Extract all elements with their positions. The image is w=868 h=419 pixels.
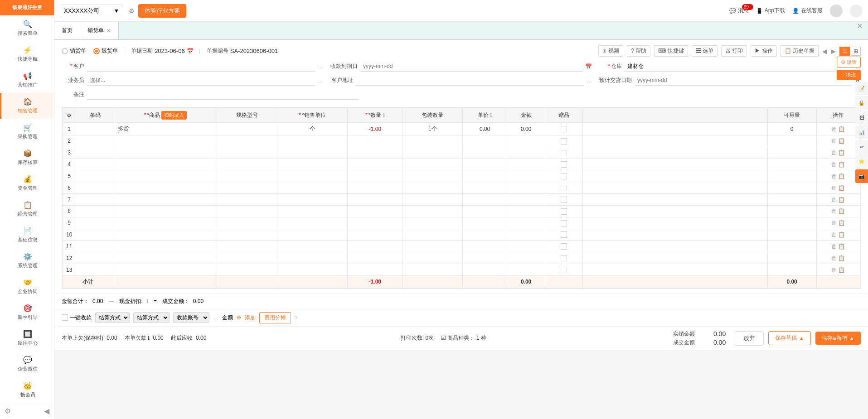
gift-checkbox[interactable] [561, 267, 567, 273]
online-service-button[interactable]: 👤 在线客服 [792, 7, 823, 14]
cell-price[interactable] [462, 264, 507, 276]
cell-barcode[interactable] [76, 252, 114, 264]
cell-unit[interactable] [277, 135, 347, 147]
cell-amount[interactable]: 0.00 [507, 123, 545, 135]
message-button[interactable]: 💬 消息 99+ [729, 7, 749, 14]
cell-product[interactable] [114, 182, 217, 194]
copy-row-icon[interactable]: 📋 [838, 161, 845, 168]
customer-addr-input[interactable] [356, 75, 584, 86]
sidebar-item-purchase[interactable]: 🛒 采购管理 [0, 119, 54, 144]
setup-button[interactable]: ⚙ 设置 [837, 57, 861, 68]
cell-amount[interactable] [507, 147, 545, 159]
cell-amount[interactable] [507, 241, 545, 252]
delete-row-icon[interactable]: 🗑 [831, 255, 837, 261]
cell-product[interactable]: 拆货 [114, 123, 217, 135]
cell-product[interactable] [114, 205, 217, 217]
company-selector[interactable]: XXXXXX公司 ▼ [60, 5, 123, 17]
gift-checkbox[interactable] [561, 243, 567, 250]
close-all-tab-icon[interactable]: ✕ [857, 22, 868, 39]
save-new-button[interactable]: 保存&新增 ▲ [815, 332, 861, 345]
cell-gift[interactable] [545, 147, 582, 159]
cell-pkg-qty[interactable] [402, 159, 462, 170]
cell-unit[interactable] [277, 170, 347, 182]
cell-amount[interactable] [507, 135, 545, 147]
cell-price[interactable] [462, 205, 507, 217]
shortcut-btn[interactable]: ⌨ 快捷键 [654, 45, 688, 57]
cell-barcode[interactable] [76, 135, 114, 147]
cell-barcode[interactable] [76, 159, 114, 170]
history-btn[interactable]: 📋 历史单据 [781, 45, 819, 57]
cell-price[interactable] [462, 159, 507, 170]
cell-amount[interactable] [507, 252, 545, 264]
cell-price[interactable] [462, 217, 507, 229]
cell-amount[interactable] [507, 170, 545, 182]
sidebar-item-quicknav[interactable]: ⚡ 快捷导航 [0, 41, 54, 67]
cell-gift[interactable] [545, 241, 582, 252]
warehouse-input[interactable] [625, 61, 853, 72]
sidebar-item-sales[interactable]: 🏠 销售管理 [0, 93, 54, 119]
payment-method-select[interactable]: 结算方式 [95, 312, 130, 323]
copy-row-icon[interactable]: 📋 [838, 231, 845, 238]
cell-spec[interactable] [217, 147, 277, 159]
gift-checkbox[interactable] [561, 231, 567, 238]
video-btn[interactable]: ⊙ 视频 [598, 45, 623, 57]
cell-pkg-qty[interactable]: 1个 [402, 123, 462, 135]
rfp-scan-icon[interactable]: 📷 [855, 169, 868, 183]
sidebar-item-finance[interactable]: 💰 资金管理 [0, 170, 54, 196]
cell-barcode[interactable] [76, 123, 114, 135]
rfp-star-icon[interactable]: ⭐ [855, 154, 868, 168]
cell-price[interactable] [462, 194, 507, 206]
cell-product[interactable] [114, 159, 217, 170]
cell-pkg-qty[interactable] [402, 229, 462, 241]
gift-checkbox[interactable] [561, 173, 567, 179]
settings-bottom-icon[interactable]: ⚙ [5, 407, 11, 415]
cell-pkg-qty[interactable] [402, 135, 462, 147]
prev-record-icon[interactable]: ◀ [822, 48, 827, 55]
copy-row-icon[interactable]: 📋 [838, 126, 845, 132]
cell-unit[interactable] [277, 147, 347, 159]
cell-qty[interactable] [348, 205, 403, 217]
cell-product[interactable] [114, 170, 217, 182]
salesperson-more-icon[interactable]: … [318, 77, 323, 84]
cell-price[interactable] [462, 170, 507, 182]
rfp-note-icon[interactable]: 📝 [855, 82, 868, 95]
cell-unit[interactable] [277, 252, 347, 264]
delete-row-icon[interactable]: 🗑 [831, 220, 837, 226]
cell-qty[interactable] [348, 252, 403, 264]
delete-row-icon[interactable]: 🗑 [831, 173, 837, 179]
cell-spec[interactable] [217, 205, 277, 217]
cell-spec[interactable] [217, 194, 277, 206]
delete-row-icon[interactable]: 🗑 [831, 161, 837, 168]
cell-amount[interactable] [507, 264, 545, 276]
cell-spec[interactable] [217, 229, 277, 241]
due-date-cal-icon[interactable]: 📅 [585, 63, 592, 70]
cell-barcode[interactable] [76, 194, 114, 206]
copy-row-icon[interactable]: 📋 [838, 243, 845, 250]
cell-qty[interactable]: -1.00 [348, 123, 403, 135]
cell-spec[interactable] [217, 264, 277, 276]
gift-checkbox[interactable] [561, 138, 567, 144]
copy-row-icon[interactable]: 📋 [838, 220, 845, 226]
cell-gift[interactable] [545, 264, 582, 276]
collapse-icon[interactable]: ◀ [44, 407, 49, 415]
delete-row-icon[interactable]: 🗑 [831, 149, 837, 156]
add-payment-icon[interactable]: ⊕ [237, 314, 241, 321]
select-order-btn[interactable]: ☰ 选单 [692, 45, 718, 57]
gift-checkbox[interactable] [561, 185, 567, 191]
cell-gift[interactable] [545, 205, 582, 217]
cell-qty[interactable] [348, 170, 403, 182]
cell-barcode[interactable] [76, 264, 114, 276]
cell-unit[interactable] [277, 159, 347, 170]
expense-tab-btn[interactable]: 费用分摊 [259, 312, 291, 323]
note-input[interactable] [87, 89, 359, 100]
cell-pkg-qty[interactable] [402, 264, 462, 276]
cell-barcode[interactable] [76, 217, 114, 229]
sidebar-item-basic[interactable]: 📄 基础信息 [0, 222, 54, 248]
trial-button[interactable]: 体验行业方案 [138, 4, 186, 18]
cell-unit[interactable] [277, 194, 347, 206]
rfp-lock-icon[interactable]: 🔒 [855, 96, 868, 110]
cell-product[interactable] [114, 194, 217, 206]
cell-qty[interactable] [348, 147, 403, 159]
cell-qty[interactable] [348, 159, 403, 170]
cell-barcode[interactable] [76, 205, 114, 217]
